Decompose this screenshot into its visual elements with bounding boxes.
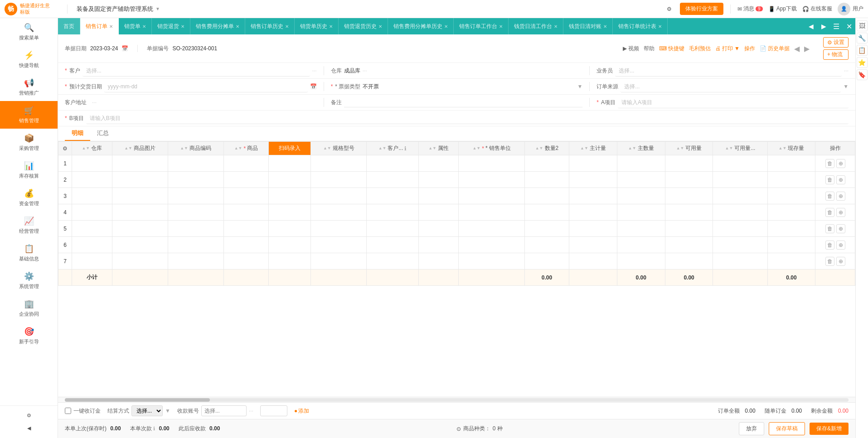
- row-copy-btn[interactable]: ⊕: [836, 159, 845, 168]
- b-project-input[interactable]: [86, 112, 849, 124]
- add-btn[interactable]: ● 添加: [294, 407, 309, 415]
- shortcut-btn[interactable]: ⌨ 快捷键: [659, 45, 684, 53]
- add-logistics-btn[interactable]: + 物流: [823, 49, 849, 60]
- tab-sales-return-history-close[interactable]: ✕: [378, 24, 382, 29]
- tab-sales-history-close[interactable]: ✕: [285, 24, 289, 29]
- col-product-img[interactable]: ▲▼ 商品图片: [112, 142, 168, 155]
- tab-sales-slip-history[interactable]: 销货单历史 ✕: [295, 18, 339, 34]
- delivery-calendar-icon[interactable]: 📅: [310, 83, 317, 90]
- col-product[interactable]: ▲▼ * 商品: [223, 142, 269, 155]
- a-project-input[interactable]: [618, 96, 849, 108]
- col-warehouse[interactable]: ▲▼ 仓库: [72, 142, 112, 155]
- tab-sales-stats-close[interactable]: ✕: [658, 24, 662, 29]
- save-draft-button[interactable]: 保存草稿: [769, 422, 805, 435]
- settings-float-btn[interactable]: ⚙ 设置: [823, 37, 849, 48]
- sidebar-item-marketing[interactable]: 📢 营销推广: [0, 73, 58, 101]
- source-input[interactable]: [621, 81, 841, 92]
- online-service-item[interactable]: 🎧 在线客服: [802, 5, 832, 13]
- print-btn[interactable]: 🖨 打印 ▼: [715, 45, 740, 53]
- operate-btn[interactable]: 操作: [744, 45, 755, 53]
- tab-summary[interactable]: 汇总: [90, 126, 116, 141]
- invoice-dropdown-icon[interactable]: ▼: [577, 83, 582, 90]
- warehouse-dots[interactable]: ···: [363, 67, 367, 74]
- tab-sales-workbench-close[interactable]: ✕: [499, 24, 503, 29]
- col-product-code[interactable]: ▲▼ 商品编码: [168, 142, 223, 155]
- app-download-item[interactable]: 📱 App下载: [768, 5, 797, 13]
- row-delete-btn[interactable]: 🗑: [825, 257, 834, 266]
- col-unit[interactable]: ▲▼ * * 销售单位: [459, 142, 524, 155]
- right-panel-btn-5[interactable]: 🔖: [857, 69, 868, 80]
- calendar-icon[interactable]: 📅: [121, 45, 128, 52]
- tab-sales-return[interactable]: 销货退货 ✕: [152, 18, 190, 34]
- address-dots[interactable]: ···: [92, 99, 97, 106]
- tab-cash-workbench-close[interactable]: ✕: [554, 24, 558, 29]
- payment-dropdown-icon[interactable]: ▼: [165, 408, 170, 414]
- tab-sales-return-history[interactable]: 销货退货历史 ✕: [339, 18, 388, 34]
- row-delete-btn[interactable]: 🗑: [825, 159, 834, 168]
- tab-prev-btn[interactable]: ◀: [805, 18, 817, 34]
- scrollbar-thumb[interactable]: [65, 398, 210, 402]
- row-delete-btn[interactable]: 🗑: [825, 241, 834, 250]
- tab-home[interactable]: 首页: [58, 18, 80, 34]
- col-spec[interactable]: ▲▼ 规格型号: [311, 142, 367, 155]
- right-panel-btn-2[interactable]: 🔧: [857, 33, 868, 43]
- collapse-right-icon[interactable]: ◀: [794, 44, 800, 53]
- help-btn[interactable]: 帮助: [644, 45, 655, 53]
- sidebar-item-sales[interactable]: 🛒 销售管理: [0, 101, 58, 129]
- tab-cash-account[interactable]: 钱货日清对账 ✕: [563, 18, 613, 34]
- settings-gear-icon[interactable]: ⚙: [663, 3, 675, 15]
- customer-dots[interactable]: ···: [312, 67, 317, 74]
- tab-sales-expense-history-close[interactable]: ✕: [444, 24, 448, 29]
- sidebar-item-operations[interactable]: 📈 经营管理: [0, 212, 58, 239]
- tab-sales-workbench[interactable]: 销售订单工作台 ✕: [454, 18, 509, 34]
- row-delete-btn[interactable]: 🗑: [825, 192, 834, 201]
- staff-input[interactable]: [615, 65, 842, 77]
- sidebar-item-enterprise[interactable]: 🏢 企业协同: [0, 294, 58, 322]
- tab-close-all-btn[interactable]: ✕: [843, 18, 855, 34]
- amount-input[interactable]: 0.00: [260, 405, 287, 416]
- sidebar-item-finance[interactable]: 💰 资金管理: [0, 184, 58, 212]
- account-input[interactable]: [201, 405, 247, 416]
- row-copy-btn[interactable]: ⊕: [836, 175, 845, 184]
- col-attr[interactable]: ▲▼ 属性: [418, 142, 459, 155]
- sidebar-item-system[interactable]: ⚙️ 系统管理: [0, 267, 58, 294]
- tab-next-btn[interactable]: ▶: [817, 18, 830, 34]
- col-customer-code[interactable]: ▲▼ 客户... ℹ: [367, 142, 418, 155]
- user-area[interactable]: 👤 用户: [838, 3, 863, 15]
- tab-sales-order[interactable]: 销售订单 ✕: [80, 18, 119, 34]
- row-copy-btn[interactable]: ⊕: [836, 224, 845, 233]
- row-delete-btn[interactable]: 🗑: [825, 208, 834, 217]
- scrollbar-area[interactable]: [58, 397, 855, 402]
- tab-sales-slip-history-close[interactable]: ✕: [329, 24, 333, 29]
- sidebar-item-basic[interactable]: 📋 基础信息: [0, 239, 58, 267]
- system-dropdown-icon[interactable]: ▼: [155, 6, 160, 11]
- payment-select[interactable]: 选择...: [131, 405, 163, 416]
- tab-sales-expense-close[interactable]: ✕: [236, 24, 239, 29]
- current-save-info-icon[interactable]: ℹ: [153, 426, 155, 431]
- solution-button[interactable]: 体验行业方案: [680, 3, 723, 15]
- account-dots[interactable]: ···: [249, 408, 253, 414]
- tab-sales-expense-history[interactable]: 销售费用分摊单历史 ✕: [388, 18, 454, 34]
- history-btn[interactable]: 📄 历史单据: [760, 45, 790, 53]
- sidebar-item-guide[interactable]: 🎯 新手引导: [0, 322, 58, 350]
- right-panel-btn-3[interactable]: 📋: [857, 45, 868, 56]
- sidebar-settings-btn[interactable]: ⚙: [0, 410, 58, 421]
- tab-sales-slip-close[interactable]: ✕: [142, 24, 146, 29]
- sidebar-item-inventory[interactable]: 📊 库存核算: [0, 156, 58, 184]
- col-current-stock[interactable]: ▲▼ 现存量: [767, 142, 815, 155]
- view-btn[interactable]: ▶ 视频: [623, 45, 639, 53]
- tab-cash-workbench[interactable]: 钱货日清工作台 ✕: [509, 18, 563, 34]
- col-scan[interactable]: 扫码录入: [269, 142, 311, 155]
- row-copy-btn[interactable]: ⊕: [836, 257, 845, 266]
- tab-sales-history[interactable]: 销售订单历史 ✕: [245, 18, 295, 34]
- tab-sales-stats[interactable]: 销售订单统计表 ✕: [613, 18, 668, 34]
- row-copy-btn[interactable]: ⊕: [836, 241, 845, 250]
- col-available2[interactable]: ▲▼ 可用量...: [713, 142, 767, 155]
- scrollbar-track[interactable]: [65, 398, 849, 402]
- tab-sales-order-close[interactable]: ✕: [109, 24, 113, 29]
- col-main-qty[interactable]: ▲▼ 主数量: [617, 142, 665, 155]
- customer-input[interactable]: [82, 65, 310, 77]
- profit-btn[interactable]: 毛利预估: [689, 45, 711, 53]
- tab-sales-return-close[interactable]: ✕: [181, 24, 184, 29]
- sidebar-item-quicknav[interactable]: ⚡ 快捷导航: [0, 46, 58, 73]
